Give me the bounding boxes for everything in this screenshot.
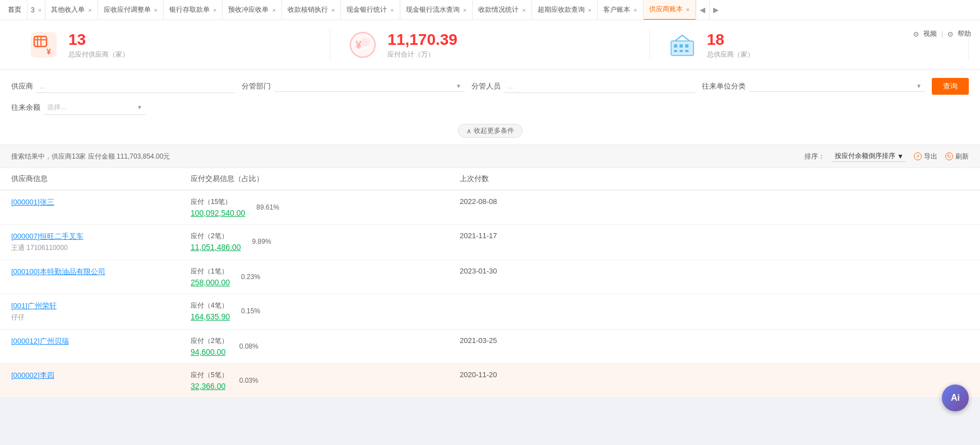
results-bar: 搜索结果中，供应商13家 应付金额 111,703,854.00元 排序： 按应… bbox=[0, 145, 980, 168]
nav-tab-3[interactable]: 3 × bbox=[27, 0, 45, 20]
help-icon: ⊙ bbox=[947, 30, 953, 38]
nav-prev-arrow[interactable]: ◀ bbox=[696, 0, 709, 20]
last-pay-date: 2023-01-30 bbox=[460, 267, 497, 275]
trans-amount[interactable]: 94,600.00 bbox=[191, 347, 228, 356]
nav-tab-cash-flow[interactable]: 现金银行流水查询 × bbox=[400, 0, 473, 20]
close-icon[interactable]: × bbox=[88, 7, 91, 13]
nav-tab-ar-ap-adjust[interactable]: 应收应付调整单 × bbox=[98, 0, 164, 20]
supplier-link[interactable]: [000012]广州贝瑞 bbox=[11, 336, 191, 346]
trans-label: 应付（5笔） bbox=[191, 370, 228, 380]
close-icon[interactable]: × bbox=[390, 7, 394, 13]
nav-next-arrow[interactable]: ▶ bbox=[709, 0, 723, 20]
category-select[interactable]: ▼ bbox=[749, 81, 926, 92]
trans-label: 应付（4笔） bbox=[191, 301, 230, 310]
total-suppliers-label: 总供应商（家） bbox=[707, 50, 754, 59]
close-icon[interactable]: × bbox=[331, 7, 335, 13]
dept-select[interactable]: ▼ bbox=[274, 81, 465, 92]
nav-tab-supplier-ledger[interactable]: 供应商账本 × bbox=[644, 0, 696, 20]
trans-percent: 0.23% bbox=[241, 273, 260, 281]
close-icon[interactable]: × bbox=[588, 7, 591, 13]
page-wrapper: 首页 3 × 其他收入单 × 应收应付调整单 × 银行存取款单 × 预收冲应收单… bbox=[0, 0, 980, 445]
total-payable-amount: 11,170.39 bbox=[387, 30, 457, 49]
close-icon[interactable]: × bbox=[213, 7, 216, 13]
supplier-link[interactable]: [000001]张三 bbox=[11, 197, 191, 207]
table-row: [000100]本特勤油品有限公司 应付（1笔） 258,000.00 0.23… bbox=[0, 260, 980, 294]
top-right-links: ⊙ 视频 | ⊙ 帮助 bbox=[913, 29, 971, 39]
right-tools: 排序： 按应付余额倒序排序 ▼ ↗ 导出 ↻ 刷新 bbox=[805, 151, 969, 162]
transaction-info: 应付（1笔） 258,000.00 0.23% bbox=[191, 267, 460, 287]
trans-amount[interactable]: 164,635.90 bbox=[191, 312, 230, 321]
query-button[interactable]: 查询 bbox=[932, 78, 969, 95]
filter-area: 供应商 分管部门 ▼ 分管人员 往来单位分类 ▼ bbox=[0, 70, 980, 145]
trans-percent: 0.15% bbox=[241, 307, 260, 315]
nav-tab-prepay[interactable]: 预收冲应收单 × bbox=[223, 0, 281, 20]
table-row: [000012]广州贝瑞 应付（2笔） 94,600.00 0.08% 2021… bbox=[0, 330, 980, 364]
filter-dept: 分管部门 ▼ bbox=[242, 81, 465, 92]
last-pay-date: 2021-11-17 bbox=[460, 231, 497, 240]
trans-amount[interactable]: 100,092,540.00 bbox=[191, 208, 245, 217]
transaction-info: 应付（4笔） 164,635.90 0.15% bbox=[191, 301, 460, 321]
close-icon[interactable]: × bbox=[634, 7, 637, 13]
collapse-btn-area: ∧ 收起更多条件 bbox=[11, 120, 969, 139]
nav-tab-home[interactable]: 首页 bbox=[2, 0, 27, 20]
table-row: [001]广州荣轩 仔仔 应付（4笔） 164,635.90 0.15% bbox=[0, 294, 980, 330]
sort-select[interactable]: 按应付余额倒序排序 ▼ bbox=[833, 151, 906, 162]
video-icon: ⊙ bbox=[913, 30, 919, 38]
filter-supplier: 供应商 bbox=[11, 80, 235, 93]
payable-suppliers-icon: ¥ bbox=[28, 29, 59, 61]
close-icon[interactable]: × bbox=[463, 7, 466, 13]
results-summary-text: 搜索结果中，供应商13家 应付金额 111,703,854.00元 bbox=[11, 152, 170, 161]
main-table: 供应商信息 应付交易信息（占比） 上次付数 [000001]张三 应付（15笔）… bbox=[0, 168, 980, 398]
total-suppliers-icon bbox=[667, 29, 698, 61]
nav-tab-collection-stats[interactable]: 收款情况统计 × bbox=[473, 0, 531, 20]
svg-rect-9 bbox=[671, 41, 694, 55]
close-icon[interactable]: × bbox=[522, 7, 525, 13]
summary-item-total-payable: ¥ 11,170.39 应付合计（万） bbox=[330, 29, 649, 61]
supplier-link[interactable]: [000007]恒旺二手叉车 bbox=[11, 231, 191, 242]
refresh-button[interactable]: ↻ 刷新 bbox=[945, 152, 969, 161]
close-icon[interactable]: × bbox=[272, 7, 275, 13]
nav-tab-other-income[interactable]: 其他收入单 × bbox=[45, 0, 98, 20]
filter-balance: 往来余额 选择... ▼ bbox=[11, 100, 146, 115]
balance-select[interactable]: 选择... ▼ bbox=[44, 100, 146, 115]
close-icon[interactable]: × bbox=[154, 7, 158, 13]
export-button[interactable]: ↗ 导出 bbox=[914, 152, 937, 161]
nav-tab-cash-stats[interactable]: 现金银行统计 × bbox=[341, 0, 400, 20]
nav-tab-collection[interactable]: 收款核销执行 × bbox=[282, 0, 341, 20]
transaction-info: 应付（2笔） 11,051,486.00 9.89% bbox=[191, 231, 460, 252]
nav-tab-overdue[interactable]: 超期应收款查询 × bbox=[532, 0, 598, 20]
nav-tab-customer-ledger[interactable]: 客户账本 × bbox=[598, 0, 643, 20]
trans-amount[interactable]: 11,051,486.00 bbox=[191, 243, 241, 252]
col-header-supplier: 供应商信息 bbox=[11, 174, 191, 184]
trans-percent: 9.89% bbox=[252, 238, 271, 245]
svg-rect-13 bbox=[674, 50, 677, 52]
supplier-link[interactable]: [001]广州荣轩 bbox=[11, 301, 191, 311]
close-icon[interactable]: × bbox=[38, 7, 41, 13]
svg-rect-11 bbox=[679, 44, 683, 48]
trans-label: 应付（15笔） bbox=[191, 197, 245, 207]
transaction-info: 应付（2笔） 94,600.00 0.08% bbox=[191, 336, 460, 356]
payable-suppliers-label: 总应付供应商（家） bbox=[68, 50, 129, 59]
trans-percent: 0.03% bbox=[239, 377, 258, 384]
nav-tab-bank-deposit[interactable]: 银行存取款单 × bbox=[164, 0, 223, 20]
filter-row-1: 供应商 分管部门 ▼ 分管人员 往来单位分类 ▼ bbox=[11, 78, 969, 95]
svg-text:¥: ¥ bbox=[47, 47, 51, 56]
help-link[interactable]: 帮助 bbox=[958, 29, 971, 39]
total-payable-icon: ¥ bbox=[347, 29, 378, 61]
trans-amount[interactable]: 258,000.00 bbox=[191, 278, 230, 287]
supplier-link[interactable]: [000100]本特勤油品有限公司 bbox=[11, 267, 191, 277]
col-header-lastpay: 上次付数 bbox=[460, 174, 969, 184]
last-pay-date: 2020-11-20 bbox=[460, 370, 497, 379]
person-input[interactable] bbox=[504, 80, 695, 93]
collapse-button[interactable]: ∧ 收起更多条件 bbox=[458, 124, 523, 138]
video-link[interactable]: 视频 bbox=[923, 29, 937, 39]
trans-amount[interactable]: 32,366.00 bbox=[191, 382, 228, 391]
ai-button[interactable]: Ai bbox=[942, 384, 969, 411]
svg-point-8 bbox=[361, 38, 370, 47]
trans-percent: 89.61% bbox=[256, 203, 279, 211]
close-icon[interactable]: × bbox=[686, 6, 690, 13]
transaction-info: 应付（5笔） 32,366.00 0.03% bbox=[191, 370, 460, 391]
supplier-link[interactable]: [000002]李四 bbox=[11, 370, 191, 381]
supplier-input[interactable] bbox=[36, 80, 235, 93]
summary-item-payable-suppliers: ¥ 13 总应付供应商（家） bbox=[11, 29, 330, 61]
